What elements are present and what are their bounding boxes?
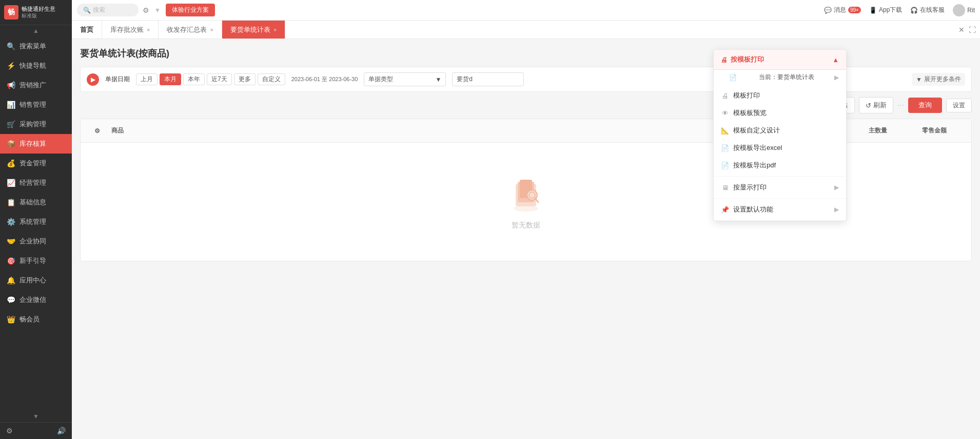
tab-collection-summary[interactable]: 收发存汇总表 × [159, 21, 222, 39]
sidebar-item-wechat[interactable]: 💬 企业微信 [0, 290, 72, 310]
dropdown-item-template-print[interactable]: 🖨 模板打印 [714, 87, 846, 104]
member-icon: 👑 [6, 315, 15, 323]
sidebar-scroll-down[interactable]: ▼ [0, 411, 72, 422]
message-label: 消息 [834, 6, 846, 14]
message-icon: 💬 [824, 7, 832, 14]
tabbar: 首页 库存批次账 × 收发存汇总表 × 要货单统计表 × ✕ ⛶ [72, 21, 980, 39]
sidebar-item-purchase[interactable]: 🛒 采购管理 [0, 114, 72, 134]
industry-solution-button[interactable]: 体验行业方案 [166, 4, 215, 16]
export-pdf-icon: 📄 [721, 162, 729, 169]
date-btn-last7[interactable]: 近7天 [207, 73, 232, 85]
tab-order-stats-close[interactable]: × [273, 27, 277, 33]
refresh-button[interactable]: ↺ 刷新 [859, 97, 893, 113]
template-preview-label: 模板板预览 [733, 108, 767, 118]
maximize-window-btn[interactable]: ⛶ [969, 26, 976, 34]
sidebar-item-label: 搜索菜单 [19, 42, 46, 51]
empty-text: 暂无数据 [512, 221, 540, 230]
empty-icon [505, 174, 546, 215]
dropdown-section-2: 🖥 按显示打印 ▶ [714, 177, 846, 199]
date-btn-current-month[interactable]: 本月 [160, 73, 181, 85]
dropdown-item-template-preview[interactable]: 👁 模板板预览 [714, 104, 846, 122]
collab-icon: 🤝 [6, 237, 15, 245]
sidebar-item-label: 采购管理 [19, 120, 46, 129]
app-download-item[interactable]: 📱 App下载 [869, 6, 902, 14]
sidebar-item-marketing[interactable]: 📢 营销推广 [0, 75, 72, 95]
settings-bottom-icon[interactable]: ⚙ [6, 427, 13, 435]
search-icon: 🔍 [6, 42, 15, 50]
sidebar-item-inventory[interactable]: 📦 库存核算 [0, 134, 72, 154]
sidebar-item-appstore[interactable]: 🔔 应用中心 [0, 271, 72, 290]
type-filter-select[interactable]: 单据类型 ▼ [364, 72, 446, 86]
settings-button[interactable]: 设置 [946, 99, 972, 112]
message-item[interactable]: 💬 消息 99+ [824, 6, 861, 14]
dropdown-item-display-print[interactable]: 🖥 按显示打印 ▶ [714, 179, 846, 196]
sidebar-item-system[interactable]: ⚙️ 系统管理 [0, 212, 72, 232]
main: 🔍 搜索 ⚙ ▼ 体验行业方案 💬 消息 99+ 📱 App下载 🎧 在线客服 … [72, 0, 980, 439]
system-icon: ⚙️ [6, 218, 15, 226]
sidebar-item-member[interactable]: 👑 畅会员 [0, 310, 72, 329]
dropdown-item-export-excel[interactable]: 📄 按模板导出excel [714, 139, 846, 157]
expand-more-btn[interactable]: ▼ 展开更多条件 [912, 73, 965, 86]
sidebar-item-label: 基础信息 [19, 198, 46, 207]
dropdown-current-item[interactable]: 📄 当前：要货单统计表 ▶ [714, 70, 846, 85]
dropdown-item-template-design[interactable]: 📐 模板自定义设计 [714, 122, 846, 139]
close-window-btn[interactable]: ✕ [958, 26, 965, 34]
more-options-icon[interactable]: ··· [897, 101, 904, 110]
marketing-icon: 📢 [6, 81, 15, 89]
tab-inventory-batch-close[interactable]: × [147, 27, 150, 33]
sidebar-item-sales[interactable]: 📊 销售管理 [0, 95, 72, 114]
online-service-item[interactable]: 🎧 在线客服 [910, 6, 945, 14]
export-excel-icon: 📄 [721, 144, 729, 152]
date-filter-label: 单据日期 [105, 75, 130, 84]
sidebar-item-label: 企业微信 [19, 295, 46, 304]
sidebar-item-label: 畅会员 [19, 315, 40, 324]
sidebar-item-finance[interactable]: 💰 资金管理 [0, 154, 72, 173]
tab-inventory-batch[interactable]: 库存批次账 × [102, 21, 159, 39]
dropdown-header-chevron: ▲ [832, 56, 839, 64]
date-btn-more[interactable]: 更多 [234, 73, 256, 85]
date-btn-prev-month[interactable]: 上月 [136, 73, 158, 85]
dropdown-item-default-func[interactable]: 📌 设置默认功能 ▶ [714, 201, 846, 218]
topbar-search[interactable]: 🔍 搜索 [77, 4, 139, 16]
tab-order-stats[interactable]: 要货单统计表 × [222, 21, 285, 39]
sidebar-item-basic[interactable]: 📋 基础信息 [0, 193, 72, 212]
query-button[interactable]: 查询 [908, 98, 942, 113]
dropdown-header[interactable]: 🖨 按模板打印 ▲ [714, 50, 846, 70]
type-select-chevron: ▼ [435, 76, 441, 83]
sidebar-item-guide[interactable]: 🎯 新手引导 [0, 251, 72, 271]
sidebar-scroll-up[interactable]: ▲ [0, 25, 72, 36]
sidebar-item-label: 资金管理 [19, 159, 46, 168]
topbar-gear-icon[interactable]: ⚙ [143, 6, 149, 14]
sidebar-item-label: 库存核算 [19, 139, 46, 148]
sound-bottom-icon[interactable]: 🔊 [57, 427, 66, 435]
inventory-icon: 📦 [6, 140, 15, 148]
topbar-search-icon: 🔍 [83, 7, 91, 14]
app-version: 标准版 [22, 12, 55, 20]
sidebar-item-search[interactable]: 🔍 搜索菜单 [0, 36, 72, 56]
tab-collection-close[interactable]: × [210, 27, 213, 33]
dropdown-item-export-pdf[interactable]: 📄 按模板导出pdf [714, 157, 846, 174]
finance-icon: 💰 [6, 159, 15, 167]
col-settings[interactable]: ⚙ [87, 124, 107, 138]
sidebar-item-operation[interactable]: 📈 经营管理 [0, 173, 72, 193]
sidebar-item-collab[interactable]: 🤝 企业协同 [0, 232, 72, 251]
display-print-chevron: ▶ [834, 184, 839, 191]
date-btn-custom[interactable]: 自定义 [258, 73, 285, 85]
sidebar-item-quick-nav[interactable]: ⚡ 快捷导航 [0, 56, 72, 75]
current-template-icon: 📄 [729, 74, 737, 81]
app-name: 畅捷通好生意 [22, 5, 55, 12]
filter-expand-icon[interactable]: ▶ [87, 73, 99, 86]
goods-filter-input[interactable]: 要货d [452, 72, 524, 86]
date-btn-current-year[interactable]: 本年 [183, 73, 205, 85]
current-template-label: 当前：要货单统计表 [759, 73, 814, 82]
sidebar: 畅 畅捷通好生意 标准版 ▲ 🔍 搜索菜单 ⚡ 快捷导航 📢 营销推广 📊 销售… [0, 0, 72, 439]
headset-icon: 🎧 [910, 7, 918, 14]
user-avatar-item[interactable]: Rit [953, 4, 975, 16]
tab-home[interactable]: 首页 [72, 21, 102, 39]
user-name: Rit [967, 7, 975, 14]
sidebar-item-label: 营销推广 [19, 81, 46, 90]
dropdown-section-3: 📌 设置默认功能 ▶ [714, 199, 846, 221]
operation-icon: 📈 [6, 179, 15, 187]
template-print-icon: 🖨 [721, 92, 729, 100]
sales-icon: 📊 [6, 101, 15, 109]
